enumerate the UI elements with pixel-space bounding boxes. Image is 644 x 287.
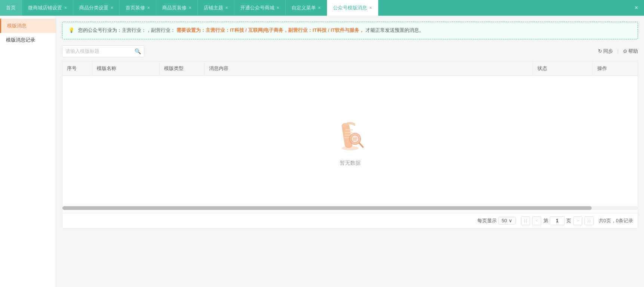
- tab-theme[interactable]: 店铺主题 ×: [198, 0, 234, 16]
- empty-illustration: [332, 116, 369, 154]
- notice-prefix: 您的公众号行业为：主营行业：，副营行业：: [78, 27, 175, 33]
- sidebar-item-label: 模版消息: [7, 23, 27, 28]
- tab-category[interactable]: 商品分类设置 ×: [73, 0, 120, 16]
- search-input[interactable]: [65, 48, 135, 54]
- tab-label: 首页装修: [126, 4, 145, 11]
- window-close-button[interactable]: ×: [629, 4, 644, 11]
- empty-state: 暂无数据: [332, 101, 369, 178]
- horizontal-scrollbar[interactable]: [62, 206, 638, 210]
- tab-close-icon[interactable]: ×: [111, 6, 113, 10]
- sidebar-item-label: 模版消息记录: [6, 37, 35, 43]
- notice-box: 💡 您的公众号行业为：主营行业：，副营行业： 需要设置为：主营行业：IT科技 /…: [62, 22, 638, 39]
- col-action: 操作: [593, 61, 638, 76]
- tab-close-icon[interactable]: ×: [64, 6, 67, 10]
- tab-close-icon[interactable]: ×: [147, 6, 150, 10]
- search-bar: 🔍 ↻ 同步 | ⊙ 帮助: [62, 45, 638, 57]
- svg-point-6: [351, 135, 359, 143]
- col-name: 模版名称: [92, 61, 160, 76]
- tab-label: 商品页装修: [162, 4, 187, 11]
- page-number-input[interactable]: [550, 216, 565, 225]
- sidebar-item-template-record[interactable]: 模版消息记录: [0, 33, 56, 47]
- tab-home[interactable]: 首页: [0, 0, 22, 16]
- tab-label: 店铺主题: [204, 4, 223, 11]
- tab-product-decor[interactable]: 商品页装修 ×: [156, 0, 198, 16]
- prev-page-button[interactable]: ＜: [532, 216, 541, 225]
- tab-custom-menu[interactable]: 自定义菜单 ×: [286, 0, 327, 16]
- data-table: 序号 模版名称 模版类型 消息内容 状态 操作: [62, 61, 638, 229]
- page-input-wrapper: 第 页: [543, 216, 571, 225]
- toolbar-right: ↻ 同步 | ⊙ 帮助: [598, 48, 638, 55]
- tab-label: 开通公众号商城: [240, 4, 274, 11]
- last-page-button[interactable]: ⟩⟩: [585, 216, 594, 225]
- tab-label: 首页: [6, 4, 16, 11]
- search-input-wrapper[interactable]: 🔍: [62, 45, 144, 57]
- sync-button[interactable]: ↻ 同步: [598, 48, 613, 55]
- tab-shop-setting[interactable]: 微商城店铺设置 ×: [22, 0, 73, 16]
- col-status: 状态: [533, 61, 593, 76]
- table-header: 序号 模版名称 模版类型 消息内容 状态 操作: [62, 61, 638, 76]
- first-page-button[interactable]: ⟨⟨: [521, 216, 530, 225]
- sync-label: 同步: [603, 48, 613, 55]
- notice-suffix: 才能正常发送预置的消息。: [366, 27, 424, 33]
- search-button[interactable]: 🔍: [135, 48, 141, 54]
- chevron-down-icon: ∨: [509, 218, 512, 223]
- tab-close-icon[interactable]: ×: [225, 6, 228, 10]
- svg-line-7: [359, 143, 363, 147]
- pagination: 每页显示 50 ∨ ⟨⟨ ＜ 第 页 ＞ ⟩⟩ 共0页，0条记录: [62, 213, 638, 228]
- content-area: 💡 您的公众号行业为：主营行业：，副营行业： 需要设置为：主营行业：IT科技 /…: [56, 16, 644, 287]
- empty-text: 暂无数据: [340, 160, 361, 167]
- col-type: 模版类型: [160, 61, 204, 76]
- tab-close-icon[interactable]: ×: [369, 6, 372, 10]
- notice-icon: 💡: [68, 27, 74, 33]
- notice-highlight: 需要设置为：主营行业：IT科技 / 互联网|电子商务，副营行业：IT科技 / I…: [176, 27, 364, 33]
- divider: |: [617, 48, 619, 54]
- page-size-value: 50: [502, 218, 507, 223]
- next-page-button[interactable]: ＞: [573, 216, 582, 225]
- tab-open-shop[interactable]: 开通公众号商城 ×: [234, 0, 286, 16]
- tab-homepage-decor[interactable]: 首页装修 ×: [120, 0, 156, 16]
- total-info: 共0页，0条记录: [599, 217, 633, 224]
- scrollbar-thumb: [62, 206, 592, 210]
- sidebar-item-template-message[interactable]: 模版消息: [0, 19, 56, 33]
- page-size-select: 每页显示 50 ∨: [477, 217, 515, 225]
- col-index: 序号: [62, 61, 92, 76]
- tab-close-icon[interactable]: ×: [318, 6, 321, 10]
- page-label-before: 第: [543, 217, 548, 224]
- table-body: 暂无数据: [62, 76, 638, 203]
- col-content: 消息内容: [204, 61, 533, 76]
- tab-bar: 首页 微商城店铺设置 × 商品分类设置 × 首页装修 × 商品页装修 × 店铺主…: [0, 0, 644, 16]
- sync-icon: ↻: [598, 48, 602, 54]
- tab-label: 微商城店铺设置: [28, 4, 62, 11]
- page-size-dropdown[interactable]: 50 ∨: [498, 217, 515, 225]
- sidebar: 模版消息 模版消息记录: [0, 16, 56, 287]
- tab-label: 自定义菜单: [292, 4, 316, 11]
- tab-template-msg[interactable]: 公众号模版消息 ×: [327, 0, 378, 16]
- tab-close-icon[interactable]: ×: [189, 6, 191, 10]
- page-label-after: 页: [566, 217, 571, 224]
- page-size-label: 每页显示: [477, 217, 497, 224]
- help-button[interactable]: ⊙ 帮助: [623, 48, 638, 55]
- help-icon: ⊙: [623, 48, 627, 54]
- help-label: 帮助: [628, 48, 638, 55]
- main-layout: 模版消息 模版消息记录 💡 您的公众号行业为：主营行业：，副营行业： 需要设置为…: [0, 16, 644, 287]
- tab-close-icon[interactable]: ×: [277, 6, 279, 10]
- tab-label: 商品分类设置: [79, 4, 108, 11]
- tab-label: 公众号模版消息: [333, 4, 367, 11]
